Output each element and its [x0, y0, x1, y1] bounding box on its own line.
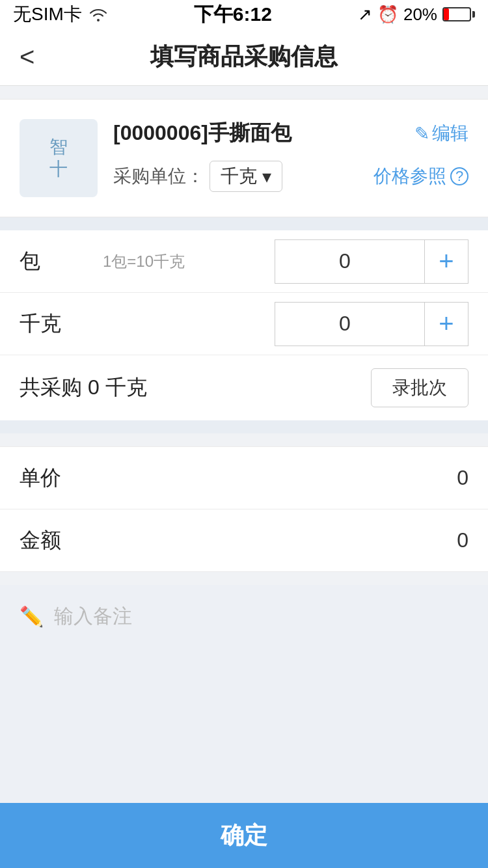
battery-percent: 20%	[403, 5, 437, 25]
remark-placeholder: 输入备注	[54, 603, 132, 630]
battery-icon	[442, 7, 475, 21]
page-title: 填写商品采购信息	[150, 41, 338, 73]
status-time: 下午6:12	[194, 1, 272, 28]
kg-label: 千克	[20, 310, 98, 338]
unit-row: 采购单位： 千克 ▾ 价格参照 ?	[113, 161, 468, 192]
summary-unit-text: 千克	[105, 375, 147, 399]
bag-label: 包	[20, 247, 98, 276]
product-name-row: [0000006]手撕面包 ✎ 编辑	[113, 119, 468, 148]
input-section: 包 1包=10千克 + 千克 +	[0, 230, 488, 355]
carrier-label: 无SIM卡	[13, 2, 82, 27]
product-card: 智 十 [0000006]手撕面包 ✎ 编辑 采购单位： 千克 ▾ 价格参照 ?	[0, 99, 488, 217]
unit-select[interactable]: 千克 ▾	[210, 161, 282, 192]
status-left: 无SIM卡	[13, 2, 108, 27]
unit-price-label: 单价	[20, 464, 61, 493]
remark-section[interactable]: ✏️ 输入备注	[0, 585, 488, 648]
kg-input-right: +	[275, 302, 468, 346]
summary-prefix: 共采购	[20, 375, 82, 399]
confirm-button[interactable]: 确定	[0, 803, 488, 868]
bag-plus-button[interactable]: +	[424, 239, 468, 284]
price-section: 单价 0 金额 0	[0, 446, 488, 572]
unit-value: 千克	[221, 164, 257, 189]
price-ref-button[interactable]: 价格参照 ?	[373, 164, 468, 189]
bag-input-right: +	[275, 239, 468, 284]
back-button[interactable]: <	[20, 42, 34, 72]
nav-bar: < 填写商品采购信息	[0, 29, 488, 86]
amount-value: 0	[457, 528, 468, 552]
summary-num: 0	[88, 375, 100, 399]
summary-text: 共采购 0 千克	[20, 373, 147, 402]
bag-sub: 1包=10千克	[103, 251, 185, 272]
unit-price-value: 0	[457, 466, 468, 490]
section-separator-2	[0, 420, 488, 433]
amount-label: 金额	[20, 526, 61, 555]
amount-row: 金额 0	[0, 509, 488, 572]
edit-label: 编辑	[432, 121, 468, 146]
product-info: [0000006]手撕面包 ✎ 编辑 采购单位： 千克 ▾ 价格参照 ?	[113, 119, 468, 192]
bag-input-row: 包 1包=10千克 +	[0, 230, 488, 293]
batch-button[interactable]: 录批次	[371, 368, 468, 407]
price-ref-label: 价格参照	[373, 164, 446, 189]
summary-row: 共采购 0 千克 录批次	[0, 355, 488, 420]
kg-plus-button[interactable]: +	[424, 302, 468, 346]
section-separator-1	[0, 217, 488, 230]
kg-quantity-input[interactable]	[275, 302, 424, 346]
unit-price-row: 单价 0	[0, 447, 488, 509]
status-right: ↗ ⏰ 20%	[358, 5, 475, 25]
dropdown-arrow: ▾	[262, 166, 271, 187]
bag-quantity-input[interactable]	[275, 239, 424, 284]
edit-button[interactable]: ✎ 编辑	[414, 121, 468, 146]
kg-input-row: 千克 +	[0, 293, 488, 355]
wifi-icon	[88, 7, 108, 21]
location-icon: ↗	[358, 5, 372, 25]
status-bar: 无SIM卡 下午6:12 ↗ ⏰ 20%	[0, 0, 488, 29]
edit-icon: ✎	[414, 123, 429, 144]
product-logo: 智 十	[49, 136, 68, 180]
product-thumbnail: 智 十	[20, 119, 98, 197]
help-icon: ?	[450, 167, 468, 185]
alarm-icon: ⏰	[377, 5, 398, 25]
unit-label: 采购单位：	[113, 164, 204, 189]
product-name: [0000006]手撕面包	[113, 119, 291, 148]
pencil-icon: ✏️	[20, 605, 44, 628]
